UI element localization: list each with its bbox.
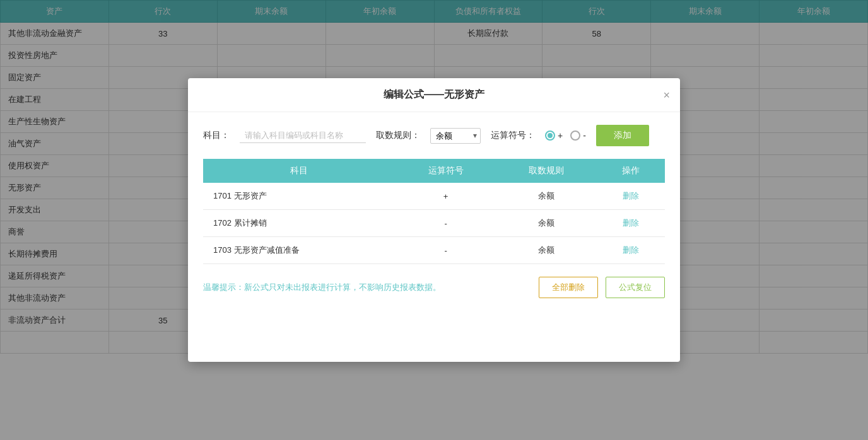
formula-subject: 1703 无形资产减值准备	[203, 237, 396, 264]
delete-all-button[interactable]: 全部删除	[539, 277, 598, 298]
formula-table-wrap: 科目 运算符号 取数规则 操作 1701 无形资产 + 余额 删除 1702 累…	[203, 159, 665, 264]
modal-title: 编辑公式——无形资产	[384, 89, 484, 100]
delete-link[interactable]: 删除	[623, 245, 639, 255]
formula-operator: -	[396, 210, 496, 237]
rule-select[interactable]: 余额 借方 贷方	[430, 128, 481, 144]
rule-label: 取数规则：	[376, 130, 420, 141]
subject-input[interactable]	[240, 128, 366, 143]
formula-action: 删除	[596, 210, 665, 237]
rule-select-wrap: 余额 借方 贷方	[430, 128, 481, 144]
formula-action: 删除	[596, 183, 665, 210]
close-button[interactable]: ×	[663, 90, 670, 101]
delete-link[interactable]: 删除	[623, 191, 639, 200]
formula-subject: 1702 累计摊销	[203, 210, 396, 237]
footer-buttons: 全部删除 公式复位	[539, 277, 665, 298]
th-subject: 科目	[203, 159, 396, 183]
operator-plus-label: +	[558, 130, 563, 141]
subject-label: 科目：	[203, 130, 230, 141]
formula-table: 科目 运算符号 取数规则 操作 1701 无形资产 + 余额 删除 1702 累…	[203, 159, 665, 264]
formula-form: 科目： 取数规则： 余额 借方 贷方 运算符号： + -	[188, 112, 680, 159]
formula-row: 1703 无形资产减值准备 - 余额 删除	[203, 237, 665, 264]
th-operator: 运算符号	[396, 159, 496, 183]
modal-header: 编辑公式——无形资产 ×	[188, 78, 680, 112]
operator-minus-radio[interactable]	[570, 130, 580, 141]
formula-rule: 余额	[496, 183, 596, 210]
operator-label: 运算符号：	[491, 130, 535, 141]
hint-text: 温馨提示：新公式只对未出报表进行计算，不影响历史报表数据。	[203, 282, 441, 293]
operator-minus-item[interactable]: -	[570, 130, 586, 141]
formula-rule: 余额	[496, 210, 596, 237]
modal-overlay: 编辑公式——无形资产 × 科目： 取数规则： 余额 借方 贷方 运算符号： +	[0, 0, 868, 440]
operator-plus-item[interactable]: +	[545, 130, 563, 141]
th-action: 操作	[596, 159, 665, 183]
delete-link[interactable]: 删除	[623, 218, 639, 228]
modal-footer: 温馨提示：新公式只对未出报表进行计算，不影响历史报表数据。 全部删除 公式复位	[188, 264, 680, 304]
formula-subject: 1701 无形资产	[203, 183, 396, 210]
formula-action: 删除	[596, 237, 665, 264]
reset-formula-button[interactable]: 公式复位	[606, 277, 665, 298]
add-button[interactable]: 添加	[596, 125, 649, 146]
edit-formula-modal: 编辑公式——无形资产 × 科目： 取数规则： 余额 借方 贷方 运算符号： +	[188, 78, 680, 362]
formula-rule: 余额	[496, 237, 596, 264]
formula-row: 1702 累计摊销 - 余额 删除	[203, 210, 665, 237]
formula-row: 1701 无形资产 + 余额 删除	[203, 183, 665, 210]
operator-minus-label: -	[583, 130, 586, 141]
th-rule: 取数规则	[496, 159, 596, 183]
formula-operator: -	[396, 237, 496, 264]
operator-radio-group: + -	[545, 130, 586, 141]
formula-operator: +	[396, 183, 496, 210]
table-header-row: 科目 运算符号 取数规则 操作	[203, 159, 665, 183]
operator-plus-radio[interactable]	[545, 130, 555, 141]
